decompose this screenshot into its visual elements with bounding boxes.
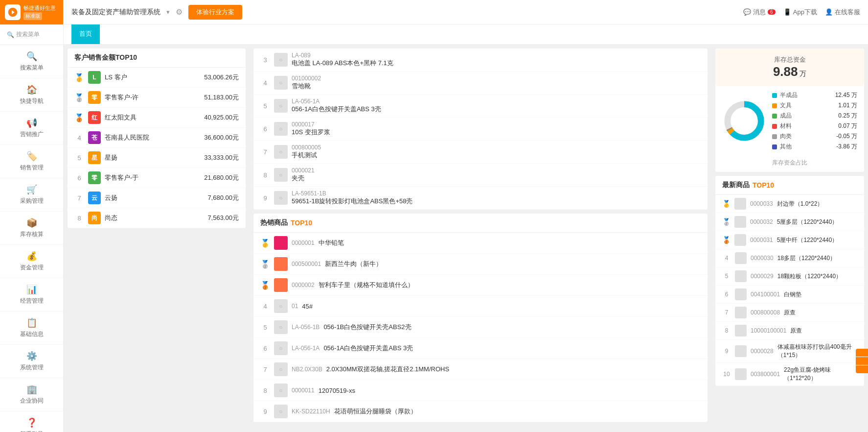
latest-medal: 🥇 [722, 200, 731, 208]
legend-dot [772, 144, 777, 149]
prod-name: 夹壳 [292, 174, 315, 183]
hot-product-item: 7 G NB2.0X30B 2.0X30MM双搓花轴,搓花直径2.1MM/ROH… [253, 359, 708, 380]
hot-prod-name: 056-1A白色按键开关盖ABS 3壳 [323, 344, 413, 353]
legend-name: 材料 [780, 122, 835, 130]
legend-dot [772, 124, 777, 129]
rank-avatar: L [88, 71, 101, 84]
sidebar-item-marketing[interactable]: 📢营销推广 [0, 112, 63, 145]
customer-ranking-panel: 客户销售金额TOP10 🥇 L LS 客户 53,006.26元 🥈 零 零售客… [68, 48, 246, 228]
legend-item: 其他 -3.86 万 [772, 142, 857, 152]
rank-avatar: 零 [88, 91, 101, 104]
hot-medal: 🥉 [260, 281, 270, 290]
system-icon: ⚙️ [26, 351, 37, 361]
hot-prod-code: NB2.0X30B [292, 366, 322, 373]
customer-rank-item: 7 云 云扬 7,680.00元 [68, 188, 246, 208]
prod-name: 雪地靴 [292, 82, 321, 91]
float-客服热线-btn[interactable]: 客服热线 [856, 349, 868, 357]
experience-btn[interactable]: 体验行业方案 [188, 5, 242, 20]
hot-prod-code: LA-056-1A [292, 345, 320, 352]
sidebar-item-finance[interactable]: 💰资金管理 [0, 245, 63, 278]
latest-prod-code: 0000032 [750, 218, 773, 225]
float-服务社区-btn[interactable]: 服务社区 [856, 357, 868, 365]
sidebar-item-system[interactable]: ⚙️系统管理 [0, 345, 63, 378]
hot-prod-code: LA-056-1B [292, 324, 320, 331]
hot-product-item: 9 G KK-SD22110H 花语萌恒温分腿睡袋（厚款） [253, 401, 708, 422]
hot-prod-name: 花语萌恒温分腿睡袋（厚款） [334, 407, 417, 416]
latest-product-item: 🥉 0000031 5厘中纤（1220*2440） [715, 231, 864, 249]
float-直播-btn[interactable]: 直播 [856, 365, 868, 373]
search-icon: 🔍 [26, 51, 37, 62]
rank-name: 星扬 [105, 153, 200, 162]
sidebar-item-enterprise[interactable]: 🏢企业协同 [0, 378, 63, 411]
tab-home[interactable]: 首页 [71, 24, 100, 44]
legend-item: 成品 0.25 万 [772, 111, 857, 121]
latest-product-item: 5 0000029 18颗粒板（1220*2440） [715, 267, 864, 286]
legend-dot [772, 103, 777, 108]
hot-prod-thumb [274, 236, 288, 250]
sidebar-item-inventory[interactable]: 📦库存核算 [0, 212, 63, 245]
latest-prod-code: 0000028 [751, 348, 774, 355]
search-menu-btn[interactable]: 🔍 搜索菜单 [5, 28, 58, 41]
notifications-btn[interactable]: 💬 消息 6 [743, 8, 776, 17]
online-service-btn[interactable]: 👤 在线客服 [825, 8, 860, 17]
main-area: 装备及固定资产辅助管理系统 ▾ ⚙ 体验行业方案 💬 消息 6 📱 App下载 … [64, 0, 868, 432]
sidebar-search[interactable]: 🔍 搜索菜单 [0, 24, 63, 45]
hot-prod-thumb: G [274, 299, 288, 313]
prod-thumb: G [274, 191, 288, 205]
inventory-panel: 库存总资金 9.88 万 [715, 48, 864, 172]
hot-products-header: 热销商品 TOP10 [253, 214, 708, 233]
hot-prod-name: 中华铅笔 [319, 239, 344, 247]
rank-name: 零售客户-于 [105, 173, 200, 182]
latest-prod-name: 原查 [784, 309, 857, 317]
rank-avatar: 星 [88, 151, 101, 164]
latest-prod-thumb [735, 288, 747, 300]
latest-prod-thumb [734, 198, 746, 210]
latest-prod-code: 0000030 [751, 255, 774, 262]
legend-item: 肉类 -0.05 万 [772, 131, 857, 142]
rank-amount: 21,680.00元 [204, 173, 239, 182]
topbar-gear-icon[interactable]: ⚙ [176, 7, 183, 17]
product-rank-item: 7 G 000800005 手机测试 [253, 141, 708, 164]
rank-amount: 33,333.00元 [204, 153, 239, 162]
hot-prod-name: 新西兰牛肉（新牛） [325, 260, 382, 268]
latest-prod-code: 0000033 [750, 200, 773, 207]
hot-medal: 🥈 [260, 260, 270, 269]
latest-prod-name: 18颗粒板（1220*2440） [777, 272, 857, 281]
sidebar-label-system: 系统管理 [20, 363, 44, 372]
latest-rank-num: 4 [722, 255, 731, 262]
hot-product-item: 8 G 0000011 12070519-xs [253, 380, 708, 401]
topbar-right: 💬 消息 6 📱 App下载 👤 在线客服 [743, 8, 860, 17]
prod-name: 电池盖 LA-089 ABS本色+黑种 7.1克 [292, 59, 393, 68]
inventory-total-unit: 万 [799, 70, 806, 77]
hot-prod-code: 01 [292, 303, 298, 310]
prod-name: 59651-1B旋转投影灯电池盒ABS黑色+58壳 [292, 197, 412, 206]
sidebar-label-search: 搜索菜单 [20, 64, 44, 72]
customer-rank-item: 🥉 红 红太阳文具 40,925.00元 [68, 108, 246, 128]
latest-rank-num: 10 [722, 371, 731, 378]
inventory-total-box: 库存总资金 9.88 万 [715, 48, 864, 86]
prod-name: 10S 变扭罗浆 [292, 128, 330, 137]
sidebar-item-purchase[interactable]: 🛒采购管理 [0, 178, 63, 212]
topbar: 装备及固定资产辅助管理系统 ▾ ⚙ 体验行业方案 💬 消息 6 📱 App下载 … [64, 0, 868, 24]
sidebar-item-base-info[interactable]: 📋基础信息 [0, 312, 63, 345]
prod-code: 0000017 [292, 121, 330, 128]
sidebar-item-operations[interactable]: 📊经营管理 [0, 278, 63, 312]
prod-code: 000800005 [292, 144, 321, 151]
sidebar-item-quick-nav[interactable]: 🏠快捷导航 [0, 78, 63, 112]
sidebar-label-inventory: 库存核算 [20, 230, 44, 239]
inventory-icon: 📦 [26, 217, 37, 228]
sidebar-item-sales[interactable]: 🏷️销售管理 [0, 145, 63, 178]
hot-product-item: 🥇 0000001 中华铅笔 [253, 233, 708, 254]
rank-amount: 53,006.26元 [204, 73, 239, 82]
topbar-title: 装备及固定资产辅助管理系统 [71, 8, 160, 17]
content-area: 客户销售金额TOP10 🥇 L LS 客户 53,006.26元 🥈 零 零售客… [64, 45, 868, 432]
product-rank-item: 5 G LA-056-1A 056-1A白色按键开关盖ABS 3壳 [253, 95, 708, 118]
latest-prod-code: 000800008 [751, 309, 780, 316]
latest-prod-thumb [735, 368, 747, 380]
rank-amount: 7,680.00元 [207, 193, 239, 202]
app-download-btn[interactable]: 📱 App下载 [783, 8, 817, 17]
marketing-icon: 📢 [26, 118, 37, 128]
sidebar-item-guide[interactable]: ❓新手引导 [0, 411, 63, 432]
sidebar-item-search[interactable]: 🔍搜索菜单 [0, 45, 63, 78]
rank-avatar: 苍 [88, 131, 101, 144]
